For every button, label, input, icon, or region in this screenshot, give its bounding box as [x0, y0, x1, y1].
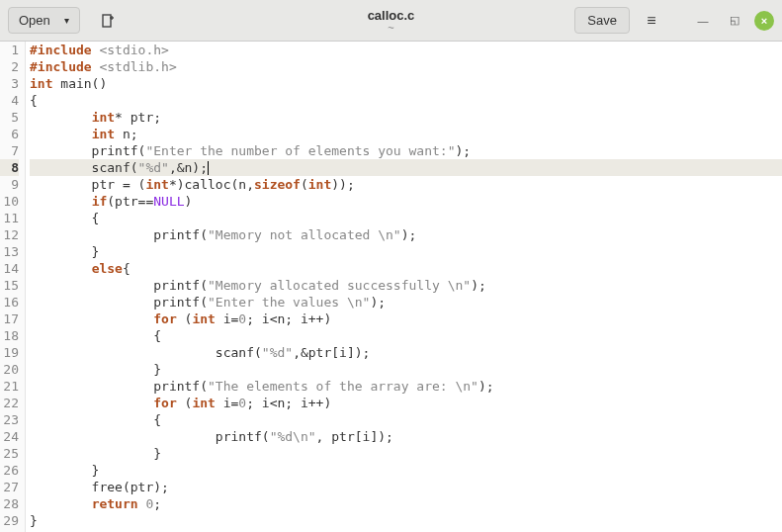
code-token: scanf(: [30, 345, 262, 360]
code-line[interactable]: printf("Memory allocated successfully \n…: [30, 277, 782, 294]
code-token: );: [370, 295, 386, 310]
code-line[interactable]: printf("%d\n", ptr[i]);: [30, 428, 782, 445]
line-number: 15: [0, 277, 19, 294]
code-token: i=: [216, 311, 238, 326]
code-line[interactable]: for (int i=0; i<n; i++): [30, 310, 782, 327]
code-token: return: [92, 496, 138, 511]
minimize-icon: —: [698, 15, 709, 27]
code-token: int: [145, 177, 168, 192]
code-token: ; i<n; i++): [246, 311, 331, 326]
line-number: 21: [0, 378, 19, 395]
line-number: 9: [0, 176, 19, 193]
code-line[interactable]: else{: [30, 260, 782, 277]
line-number: 6: [0, 126, 19, 142]
new-tab-button[interactable]: [94, 7, 122, 35]
code-line[interactable]: {: [30, 411, 782, 428]
code-token: [30, 311, 153, 326]
code-token: printf(: [30, 379, 208, 394]
code-token: n;: [115, 127, 137, 141]
code-line[interactable]: }: [30, 243, 782, 260]
save-button[interactable]: Save: [574, 7, 630, 34]
code-area[interactable]: #include <stdio.h>#include <stdlib.h>int…: [26, 42, 782, 532]
maximize-button[interactable]: ◱: [723, 9, 746, 33]
code-line[interactable]: int* ptr;: [30, 109, 782, 126]
code-token: [30, 396, 153, 410]
code-token: int: [192, 396, 215, 410]
code-token: "%d": [262, 345, 293, 360]
code-line[interactable]: scanf("%d",&n);: [30, 159, 782, 176]
code-line[interactable]: return 0;: [30, 495, 782, 512]
maximize-icon: ◱: [730, 14, 739, 27]
code-token: );: [471, 278, 486, 293]
header-bar: Open ▾ calloc.c ~ Save ≡ — ◱ ×: [0, 0, 782, 42]
line-number: 8: [0, 159, 19, 176]
code-line[interactable]: }: [30, 462, 782, 479]
save-label: Save: [587, 13, 617, 28]
code-token: printf(: [30, 227, 208, 242]
line-number: 28: [0, 495, 19, 512]
open-button[interactable]: Open ▾: [8, 7, 80, 34]
code-line[interactable]: printf("Memory not allocated \n");: [30, 226, 782, 243]
code-line[interactable]: ptr = (int*)calloc(n,sizeof(int));: [30, 176, 782, 193]
code-token: );: [401, 227, 417, 242]
close-icon: ×: [761, 15, 767, 27]
menu-button[interactable]: ≡: [638, 7, 665, 35]
code-token: NULL: [153, 194, 184, 209]
code-line[interactable]: free(ptr);: [30, 479, 782, 495]
code-editor[interactable]: 1234567891011121314151617181920212223242…: [0, 42, 782, 532]
line-number: 16: [0, 294, 19, 310]
code-line[interactable]: printf("Enter the values \n");: [30, 294, 782, 310]
code-token: *)calloc(n,: [169, 177, 254, 192]
close-button[interactable]: ×: [754, 11, 774, 31]
open-label: Open: [19, 13, 50, 28]
code-line[interactable]: {: [30, 327, 782, 344]
code-token: }: [30, 513, 38, 528]
line-number: 20: [0, 361, 19, 378]
code-line[interactable]: int main(): [30, 75, 782, 92]
code-token: , ptr[i]);: [316, 429, 393, 444]
code-token: [30, 127, 92, 141]
svg-rect-0: [103, 15, 111, 27]
line-number: 18: [0, 327, 19, 344]
code-line[interactable]: {: [30, 210, 782, 226]
line-number: 7: [0, 142, 19, 159]
code-token: {: [30, 412, 161, 427]
code-token: int: [30, 76, 52, 91]
code-token: ; i<n; i++): [246, 396, 331, 410]
code-token: "Enter the number of elements you want:": [145, 143, 455, 158]
code-line[interactable]: printf("Enter the number of elements you…: [30, 142, 782, 159]
code-line[interactable]: if(ptr==NULL): [30, 193, 782, 210]
code-line[interactable]: #include <stdio.h>: [30, 42, 782, 58]
code-token: free(ptr);: [30, 480, 169, 494]
line-number: 11: [0, 210, 19, 226]
code-line[interactable]: }: [30, 445, 782, 462]
code-token: 0: [238, 396, 246, 410]
code-line[interactable]: }: [30, 361, 782, 378]
code-token: ;: [153, 496, 161, 511]
code-line[interactable]: scanf("%d",&ptr[i]);: [30, 344, 782, 361]
code-token: "The elements of the array are: \n": [208, 379, 478, 394]
code-line[interactable]: for (int i=0; i<n; i++): [30, 395, 782, 411]
code-token: [30, 110, 92, 125]
code-token: main(): [52, 76, 107, 91]
code-token: );: [478, 379, 494, 394]
code-token: ): [185, 194, 193, 209]
code-token: int: [308, 177, 331, 192]
code-token: [30, 496, 92, 511]
code-token: printf(: [30, 295, 208, 310]
line-number: 27: [0, 479, 19, 495]
code-token: }: [30, 362, 161, 377]
line-number: 12: [0, 226, 19, 243]
new-document-icon: [100, 13, 116, 29]
code-token: "Memory allocated successfully \n": [208, 278, 471, 293]
code-line[interactable]: #include <stdlib.h>: [30, 58, 782, 75]
code-token: ,&ptr[i]);: [293, 345, 370, 360]
code-line[interactable]: {: [30, 92, 782, 109]
code-line[interactable]: printf("The elements of the array are: \…: [30, 378, 782, 395]
code-line[interactable]: }: [30, 512, 782, 529]
minimize-button[interactable]: —: [691, 9, 715, 33]
code-line[interactable]: int n;: [30, 126, 782, 142]
code-token: {: [123, 261, 130, 276]
code-token: * ptr;: [115, 110, 161, 125]
line-number: 10: [0, 193, 19, 210]
